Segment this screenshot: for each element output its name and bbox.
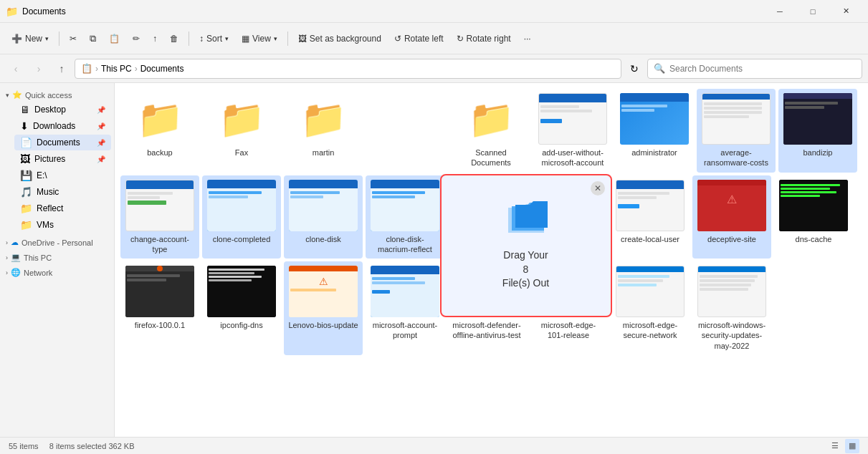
share-icon: ↑ xyxy=(153,34,157,44)
file-change-account-type[interactable]: change-account-type xyxy=(120,175,199,259)
chevron-down-icon: ▾ xyxy=(6,92,9,99)
file-clone-disk-macrium[interactable]: clone-disk-macrium-reflect xyxy=(366,175,444,259)
breadcrumb-sep-2: › xyxy=(135,64,138,74)
search-icon: 🔍 xyxy=(654,63,665,74)
search-box[interactable]: 🔍 xyxy=(647,59,862,79)
search-input[interactable] xyxy=(669,64,856,74)
folder-martin[interactable]: 📁 martin xyxy=(284,89,363,173)
file-clone-disk-macrium-thumb xyxy=(371,180,439,231)
sidebar-section-thispc[interactable]: › 💻 This PC xyxy=(0,248,114,264)
sidebar-item-e-drive-label: E:\ xyxy=(37,170,105,180)
statusbar: 55 items 8 items selected 362 KB ☰ ▦ xyxy=(0,437,868,454)
sidebar-item-music[interactable]: 🎵 Music xyxy=(14,184,111,200)
breadcrumb-thispc: This PC xyxy=(101,64,132,74)
refresh-button[interactable]: ↻ xyxy=(624,59,644,79)
rotate-right-button[interactable]: ↻ Rotate right xyxy=(451,27,517,50)
file-clone-completed[interactable]: clone-completed xyxy=(202,175,281,259)
view-icon: ▦ xyxy=(242,34,249,44)
thispc-icon: 💻 xyxy=(11,253,21,262)
close-button[interactable]: ✕ xyxy=(829,0,862,23)
sidebar-item-documents[interactable]: 📄 Documents 📌 xyxy=(14,135,111,150)
maximize-button[interactable]: □ xyxy=(796,0,829,23)
back-button[interactable]: ‹ xyxy=(6,59,26,79)
drag-close-button[interactable]: ✕ xyxy=(591,181,605,195)
file-lenovo-bios[interactable]: ⚠ Lenovo-bios-update xyxy=(284,261,363,355)
sidebar-quick-access-items: 🖥 Desktop 📌 ⬇ Downloads 📌 📄 Documents 📌 … xyxy=(0,102,114,233)
file-ipconfig-dns[interactable]: ipconfig-dns xyxy=(202,261,281,355)
cut-button[interactable]: ✂ xyxy=(64,27,82,50)
file-firefox-thumb xyxy=(125,266,194,317)
sidebar-section-quick-access[interactable]: ▾ ⭐ Quick access xyxy=(0,86,114,101)
delete-button[interactable]: 🗑 xyxy=(164,27,184,50)
sidebar-item-documents-label: Documents xyxy=(37,137,92,148)
new-button[interactable]: ➕ New ▾ xyxy=(6,27,54,50)
sidebar-item-e-drive[interactable]: 💾 E:\ xyxy=(14,168,111,183)
forward-button[interactable]: › xyxy=(29,59,49,79)
file-change-account-type-label: change-account-type xyxy=(125,234,195,255)
file-add-user-thumb xyxy=(538,93,607,145)
sidebar-item-pictures[interactable]: 🖼 Pictures 📌 xyxy=(14,151,111,167)
file-ms-defender-label: microsoft-defender-offline-antivirus-tes… xyxy=(452,320,522,341)
file-ms-account-prompt[interactable]: microsoft-account-prompt xyxy=(366,261,444,355)
toolbar: ➕ New ▾ ✂ ⧉ 📋 ✏ ↑ 🗑 ↕ Sort ▾ ▦ View ▾ 🖼 … xyxy=(0,23,868,54)
new-chevron-icon: ▾ xyxy=(45,35,49,42)
file-firefox[interactable]: firefox-100.0.1 xyxy=(120,261,199,355)
file-administrator[interactable]: administrator xyxy=(615,89,694,173)
file-deceptive-site[interactable]: ⚠ deceptive-site xyxy=(692,175,771,259)
grid-view-button[interactable]: ▦ xyxy=(845,439,859,453)
cut-icon: ✂ xyxy=(70,34,77,44)
rename-button[interactable]: ✏ xyxy=(127,27,146,50)
file-bandizip[interactable]: bandizip xyxy=(778,89,857,173)
more-button[interactable]: ··· xyxy=(518,27,537,50)
sidebar-item-desktop[interactable]: 🖥 Desktop 📌 xyxy=(14,102,111,117)
chevron-right-icon-network: › xyxy=(6,269,8,276)
file-firefox-label: firefox-100.0.1 xyxy=(135,320,185,330)
file-clone-disk[interactable]: clone-disk xyxy=(284,175,363,259)
file-create-local-user[interactable]: create-local-user xyxy=(611,175,690,259)
sidebar-item-desktop-label: Desktop xyxy=(34,105,92,115)
titlebar: 📁 Documents ─ □ ✕ xyxy=(0,0,868,23)
onedrive-label: OneDrive - Personal xyxy=(22,238,93,247)
file-clone-completed-thumb xyxy=(207,180,276,231)
new-label: New xyxy=(25,34,42,44)
copy-button[interactable]: ⧉ xyxy=(84,27,102,50)
new-icon: ➕ xyxy=(11,34,22,44)
minimize-button[interactable]: ─ xyxy=(763,0,796,23)
sidebar-section-onedrive[interactable]: › ☁ OneDrive - Personal xyxy=(0,233,114,248)
file-create-local-user-label: create-local-user xyxy=(621,234,679,244)
sidebar-section-network[interactable]: › 🌐 Network xyxy=(0,264,114,279)
folder-backup[interactable]: 📁 backup xyxy=(120,89,199,173)
pin-icon-documents: 📌 xyxy=(97,139,105,147)
list-view-button[interactable]: ☰ xyxy=(828,439,842,453)
rotate-left-button[interactable]: ↺ Rotate left xyxy=(388,27,449,50)
file-ms-edge-secure[interactable]: microsoft-edge-secure-network xyxy=(611,261,690,355)
folder-fax-label: Fax xyxy=(235,148,248,158)
folder-scanned-documents[interactable]: 📁 Scanned Documents xyxy=(452,89,530,173)
quick-access-icon: ⭐ xyxy=(12,90,22,100)
breadcrumb-sep-1: › xyxy=(95,64,98,74)
set-as-background-button[interactable]: 🖼 Set as background xyxy=(292,27,387,50)
view-button[interactable]: ▦ View ▾ xyxy=(236,27,283,50)
drag-overlay: ✕ Drag Your8File(s) Out xyxy=(440,174,612,317)
folder-martin-label: martin xyxy=(313,148,335,158)
main: ▾ ⭐ Quick access 🖥 Desktop 📌 ⬇ Downloads… xyxy=(0,83,868,437)
folder-martin-icon: 📁 xyxy=(300,100,347,137)
file-average-ransomware[interactable]: average-ransomware-costs xyxy=(697,89,776,173)
folder-martin-icon-container: 📁 xyxy=(289,93,358,145)
sidebar-item-vms[interactable]: 📁 VMs xyxy=(14,217,111,233)
pin-icon-pictures: 📌 xyxy=(97,155,105,163)
folder-fax[interactable]: 📁 Fax xyxy=(202,89,281,173)
sidebar-item-reflect[interactable]: 📁 Reflect xyxy=(14,201,111,216)
up-button[interactable]: ↑ xyxy=(52,59,72,79)
file-ms-windows-security[interactable]: microsoft-windows-security-updates-may-2… xyxy=(692,261,771,355)
file-create-local-user-thumb xyxy=(616,180,685,231)
file-dns-cache[interactable]: dns-cache xyxy=(774,175,853,259)
share-button[interactable]: ↑ xyxy=(147,27,163,50)
breadcrumb-app-icon: 📋 xyxy=(81,63,92,74)
sidebar-item-downloads[interactable]: ⬇ Downloads 📌 xyxy=(14,118,111,134)
breadcrumb[interactable]: 📋 › This PC › Documents xyxy=(75,59,621,79)
file-add-user[interactable]: add-user-without-microsoft-account xyxy=(533,89,612,173)
paste-button[interactable]: 📋 xyxy=(103,27,125,50)
sort-button[interactable]: ↕ Sort ▾ xyxy=(194,27,234,50)
network-label: Network xyxy=(24,269,52,277)
